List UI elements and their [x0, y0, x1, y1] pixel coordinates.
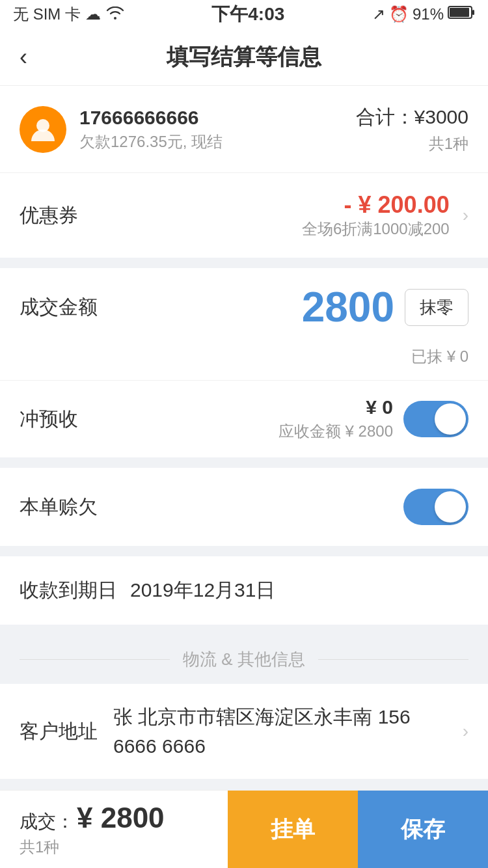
prepay-amount-block: ¥ 0 应收金额 ¥ 2800 [278, 396, 393, 442]
deal-right: 2800 抹零 [302, 286, 468, 328]
alarm-icon: ⏰ [389, 5, 409, 23]
user-count: 共1种 [356, 133, 468, 154]
address-chevron-icon: › [463, 721, 468, 742]
coupon-row[interactable]: 优惠券 - ¥ 200.00 全场6折满1000减200 › [0, 172, 488, 258]
coupon-value: - ¥ 200.00 [302, 191, 450, 219]
deal-section: 成交金额 2800 抹零 已抹 ¥ 0 冲预收 ¥ 0 应收金额 ¥ 2800 [0, 268, 488, 457]
prepay-subtext: 应收金额 ¥ 2800 [278, 421, 393, 442]
back-button[interactable]: ‹ [20, 44, 27, 71]
svg-rect-2 [472, 10, 474, 15]
logistics-line-left [20, 659, 170, 660]
user-info-card: 17666666666 欠款1276.35元, 现结 合计：¥3000 共1种 … [0, 86, 488, 258]
duedate-row: 收款到期日 2019年12月31日 [0, 556, 488, 625]
status-time: 下午4:03 [211, 2, 284, 27]
avatar [20, 106, 66, 153]
duedate-section: 收款到期日 2019年12月31日 [0, 556, 488, 625]
deal-amount: 2800 [302, 286, 394, 328]
page-title: 填写结算等信息 [167, 42, 321, 72]
bottom-amount: ¥ 2800 [77, 802, 165, 834]
prepay-right: ¥ 0 应收金额 ¥ 2800 [278, 396, 468, 442]
deal-row: 成交金额 2800 抹零 [0, 268, 488, 346]
page-header: ‹ 填写结算等信息 [0, 29, 488, 86]
debt-label: 本单赊欠 [20, 494, 98, 521]
status-right: ↗ ⏰ 91% [372, 5, 475, 23]
logistics-line-right [318, 659, 468, 660]
user-row: 17666666666 欠款1276.35元, 现结 合计：¥3000 共1种 [0, 86, 488, 172]
svg-rect-1 [450, 8, 469, 17]
duedate-value: 2019年12月31日 [130, 577, 275, 604]
prepay-toggle[interactable] [403, 401, 468, 437]
bottom-bar: 成交： ¥ 2800 共1种 挂单 保存 [0, 790, 488, 868]
coupon-label: 优惠券 [20, 202, 78, 229]
duedate-label: 收款到期日 [20, 577, 117, 604]
toggle-knob [435, 403, 466, 435]
bottom-summary: 成交： ¥ 2800 共1种 [0, 802, 228, 858]
logistics-divider-container: 物流 & 其他信息 [0, 635, 488, 684]
status-left: 无 SIM 卡 ☁ [13, 4, 124, 25]
debt-section: 本单赊欠 [0, 468, 488, 546]
debt-toggle-knob [435, 491, 466, 522]
prepay-amount: ¥ 0 [278, 396, 393, 418]
user-left: 17666666666 欠款1276.35元, 现结 [20, 106, 223, 153]
logistics-text: 物流 & 其他信息 [170, 648, 318, 671]
deal-subtext: 已抹 ¥ 0 [0, 346, 488, 380]
bottom-count: 共1种 [20, 837, 208, 858]
prepay-row: 冲预收 ¥ 0 应收金额 ¥ 2800 [0, 380, 488, 457]
battery-icon [448, 5, 475, 23]
logistics-divider: 物流 & 其他信息 [20, 648, 468, 671]
bottom-deal-label: 成交： [20, 809, 74, 834]
user-right: 合计：¥3000 共1种 [356, 104, 468, 154]
prepay-label: 冲预收 [20, 406, 78, 433]
battery-percent: 91% [413, 5, 444, 23]
address-section[interactable]: 客户地址 张 北京市市辖区海淀区永丰南 156 6666 6666 › [0, 684, 488, 779]
user-info: 17666666666 欠款1276.35元, 现结 [79, 107, 223, 152]
address-row[interactable]: 客户地址 张 北京市市辖区海淀区永丰南 156 6666 6666 › [0, 684, 488, 779]
status-bar: 无 SIM 卡 ☁ 下午4:03 ↗ ⏰ 91% [0, 0, 488, 29]
save-button[interactable]: 保存 [358, 791, 488, 869]
coupon-right: - ¥ 200.00 全场6折满1000减200 › [302, 191, 468, 239]
debt-toggle[interactable] [403, 489, 468, 525]
coupon-desc: 全场6折满1000减200 [302, 219, 450, 239]
location-icon: ↗ [372, 5, 385, 23]
wifi-icon [106, 5, 124, 23]
hang-button[interactable]: 挂单 [228, 791, 358, 869]
user-total: 合计：¥3000 [356, 104, 468, 131]
debt-row: 本单赊欠 [0, 468, 488, 546]
sim-label: 无 SIM 卡 ☁ [13, 4, 101, 25]
deal-label: 成交金额 [20, 294, 98, 321]
user-subtext: 欠款1276.35元, 现结 [79, 131, 223, 152]
round-button[interactable]: 抹零 [405, 289, 468, 326]
address-label: 客户地址 [20, 718, 98, 745]
address-value: 张 北京市市辖区海淀区永丰南 156 6666 6666 [113, 702, 457, 761]
user-phone: 17666666666 [79, 107, 223, 129]
coupon-chevron-icon: › [463, 205, 468, 226]
